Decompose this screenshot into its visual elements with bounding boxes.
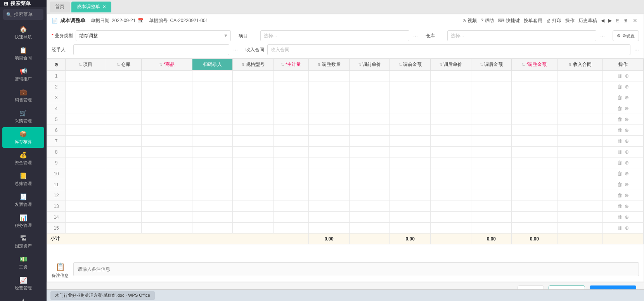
row-product[interactable]	[142, 157, 192, 168]
row-prev-price[interactable]	[349, 103, 390, 114]
row-prev-price[interactable]	[349, 71, 390, 81]
row-prev-price[interactable]	[349, 190, 390, 201]
row-scan[interactable]	[192, 212, 233, 223]
row-after-amt[interactable]	[471, 201, 512, 212]
copy-row-icon[interactable]: ⊕	[625, 182, 629, 187]
row-spec[interactable]	[233, 179, 274, 190]
row-after-price[interactable]	[430, 147, 471, 157]
col-prev-amt-header[interactable]: ⇅ 调前金额	[390, 59, 431, 71]
row-income-contract[interactable]	[557, 190, 603, 201]
row-warehouse[interactable]	[106, 103, 141, 114]
row-spec[interactable]	[233, 201, 274, 212]
row-unit[interactable]	[273, 212, 308, 223]
row-income-contract[interactable]	[557, 179, 603, 190]
col-project-header[interactable]: ⇅ 项目	[66, 59, 106, 71]
row-scan[interactable]	[192, 81, 233, 92]
row-spec[interactable]	[233, 147, 274, 157]
row-unit[interactable]	[273, 157, 308, 168]
row-scan[interactable]	[192, 201, 233, 212]
row-after-price[interactable]	[430, 136, 471, 147]
row-product[interactable]	[142, 114, 192, 125]
row-after-price[interactable]	[430, 71, 471, 81]
row-warehouse[interactable]	[106, 223, 141, 234]
row-prev-price[interactable]	[349, 147, 390, 157]
row-qty[interactable]	[309, 212, 350, 223]
row-after-amt[interactable]	[471, 179, 512, 190]
delete-row-icon[interactable]: 🗑	[617, 127, 622, 133]
row-warehouse[interactable]	[106, 81, 141, 92]
delete-row-icon[interactable]: 🗑	[617, 171, 622, 176]
row-project[interactable]	[66, 92, 106, 103]
row-after-price[interactable]	[430, 92, 471, 103]
row-after-amt[interactable]	[471, 212, 512, 223]
delete-row-icon[interactable]: 🗑	[617, 138, 622, 144]
row-unit[interactable]	[273, 81, 308, 92]
row-qty[interactable]	[309, 179, 350, 190]
row-prev-price[interactable]	[349, 201, 390, 212]
sidebar-item-fixed-assets[interactable]: 🏗 固定资产	[2, 232, 44, 252]
row-prev-amt[interactable]	[390, 190, 431, 201]
row-qty[interactable]	[309, 114, 350, 125]
row-scan[interactable]	[192, 147, 233, 157]
row-after-price[interactable]	[430, 223, 471, 234]
copy-row-icon[interactable]: ⊕	[625, 214, 629, 220]
copy-row-icon[interactable]: ⊕	[625, 138, 629, 144]
row-after-price[interactable]	[430, 125, 471, 136]
row-prev-amt[interactable]	[390, 125, 431, 136]
copy-row-icon[interactable]: ⊕	[625, 203, 629, 209]
col-unit-header[interactable]: ⇅ *主计量	[273, 59, 308, 71]
delete-row-icon[interactable]: 🗑	[617, 160, 622, 166]
row-prev-amt[interactable]	[390, 114, 431, 125]
copy-row-icon[interactable]: ⊕	[625, 171, 629, 176]
row-adjust-amt[interactable]	[512, 147, 557, 157]
row-scan[interactable]	[192, 114, 233, 125]
delete-row-icon[interactable]: 🗑	[617, 106, 622, 111]
row-project[interactable]	[66, 147, 106, 157]
row-project[interactable]	[66, 223, 106, 234]
row-warehouse[interactable]	[106, 92, 141, 103]
row-scan[interactable]	[192, 103, 233, 114]
row-prev-price[interactable]	[349, 81, 390, 92]
delete-row-icon[interactable]: 🗑	[617, 203, 622, 209]
settings-button[interactable]: ⚙ ⚙设置	[613, 30, 639, 41]
row-qty[interactable]	[309, 147, 350, 157]
row-warehouse[interactable]	[106, 71, 141, 81]
copy-row-icon[interactable]: ⊕	[625, 127, 629, 133]
row-prev-price[interactable]	[349, 223, 390, 234]
row-project[interactable]	[66, 201, 106, 212]
row-adjust-amt[interactable]	[512, 125, 557, 136]
col-qty-header[interactable]: ⇅ 调整数量	[309, 59, 350, 71]
row-prev-amt[interactable]	[390, 212, 431, 223]
row-prev-price[interactable]	[349, 114, 390, 125]
delete-row-icon[interactable]: 🗑	[617, 214, 622, 220]
row-qty[interactable]	[309, 190, 350, 201]
row-adjust-amt[interactable]	[512, 201, 557, 212]
business-type-input[interactable]: 结存调整 ▼	[76, 30, 231, 41]
row-project[interactable]	[66, 179, 106, 190]
row-qty[interactable]	[309, 201, 350, 212]
delete-row-icon[interactable]: 🗑	[617, 84, 622, 90]
handler-dots[interactable]: ···	[233, 47, 238, 53]
sidebar-item-ops-mgmt[interactable]: 📈 经营管理	[2, 273, 44, 294]
row-prev-price[interactable]	[349, 125, 390, 136]
delete-row-icon[interactable]: 🗑	[617, 149, 622, 155]
warehouse-dots[interactable]: ···	[600, 33, 605, 39]
sidebar-item-project-contract[interactable]: 📋 项目合同	[2, 43, 44, 64]
row-after-amt[interactable]	[471, 103, 512, 114]
row-income-contract[interactable]	[557, 147, 603, 157]
row-adjust-amt[interactable]	[512, 190, 557, 201]
row-after-amt[interactable]	[471, 147, 512, 157]
tab-home[interactable]: 首页	[50, 2, 70, 12]
row-after-amt[interactable]	[471, 125, 512, 136]
sidebar-item-fund-mgmt[interactable]: 💰 资金管理	[2, 148, 44, 169]
col-after-price-header[interactable]: ⇅ 调后单价	[430, 59, 471, 71]
row-product[interactable]	[142, 201, 192, 212]
row-scan[interactable]	[192, 136, 233, 147]
row-product[interactable]	[142, 212, 192, 223]
copy-row-icon[interactable]: ⊕	[625, 73, 629, 79]
row-prev-amt[interactable]	[390, 103, 431, 114]
row-unit[interactable]	[273, 92, 308, 103]
row-scan[interactable]	[192, 179, 233, 190]
row-qty[interactable]	[309, 157, 350, 168]
row-qty[interactable]	[309, 125, 350, 136]
